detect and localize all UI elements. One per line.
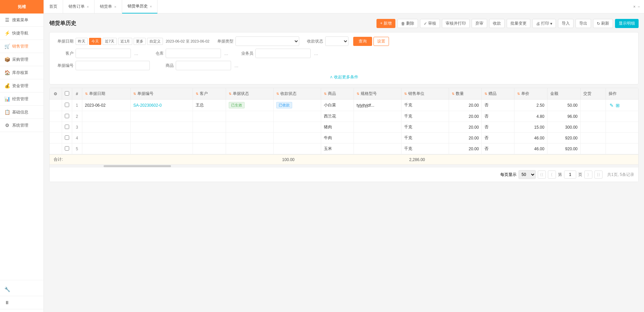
- th-price[interactable]: ⇅ 单价: [514, 88, 547, 100]
- row-checkbox[interactable]: [65, 125, 69, 129]
- page-size-select[interactable]: 20 50 100: [519, 170, 536, 179]
- docno-link[interactable]: SA-20230602-0: [133, 103, 162, 108]
- tab-close-sales-history[interactable]: ×: [150, 4, 152, 8]
- doc-type-select[interactable]: [235, 36, 299, 46]
- topbar-close-btn[interactable]: ×: [633, 4, 636, 9]
- print-icon: 🖨: [536, 21, 540, 26]
- page-next-btn[interactable]: ⟩: [584, 171, 592, 179]
- review-icon: ✓: [424, 21, 427, 26]
- total-amount: 2,286.00: [409, 157, 425, 162]
- print-button[interactable]: 🖨 打印 ▾: [532, 19, 556, 28]
- row-checkbox[interactable]: [65, 135, 69, 140]
- row-checkbox[interactable]: [65, 146, 69, 151]
- th-goods[interactable]: ⇅ 商品: [321, 88, 354, 100]
- row-checkbox[interactable]: [65, 103, 69, 107]
- collapse-filter-btn[interactable]: ∧ 收起更多条件: [330, 74, 358, 80]
- tab-sales-order[interactable]: 销售订单 ×: [63, 0, 94, 14]
- tab-home[interactable]: 首页: [44, 0, 63, 14]
- date-btn-yesterday[interactable]: 昨天: [76, 38, 88, 45]
- query-button[interactable]: 查询: [353, 37, 372, 46]
- abandon-button[interactable]: 弃审: [472, 19, 487, 28]
- th-date[interactable]: ⇅ 单据日期: [82, 88, 131, 100]
- collect-button[interactable]: 收款: [489, 19, 505, 28]
- row-collect-status: [273, 144, 321, 154]
- page-prev-btn[interactable]: ⟨: [548, 171, 556, 179]
- th-collectstatus[interactable]: ⇅ 收款状态: [273, 88, 321, 100]
- date-btn-1month[interactable]: 近1月: [118, 38, 132, 45]
- scrollbar-row[interactable]: [50, 164, 638, 167]
- scrollbar-thumb[interactable]: [104, 165, 171, 167]
- customer-input[interactable]: [76, 49, 131, 58]
- th-customer[interactable]: ⇅ 客户: [193, 88, 226, 100]
- docno-input[interactable]: [76, 61, 150, 70]
- th-qty[interactable]: ⇅ 数量: [449, 88, 482, 100]
- sidebar-item-search-menu[interactable]: ☰ 搜索菜单: [0, 14, 44, 27]
- filter-settings-button[interactable]: 设置: [373, 37, 389, 46]
- th-checkbox[interactable]: [62, 88, 72, 100]
- date-btn-today[interactable]: 今天: [89, 38, 101, 45]
- th-docstatus[interactable]: ⇅ 单据状态: [226, 88, 273, 100]
- view-action-btn[interactable]: ⊞: [615, 103, 621, 108]
- th-gift[interactable]: ⇅ 赠品: [482, 88, 514, 100]
- row-docno[interactable]: [131, 133, 193, 144]
- sales-mgmt-icon: 🛒: [4, 43, 10, 49]
- export-button[interactable]: 导出: [576, 19, 591, 28]
- sidebar-item-sales-mgmt[interactable]: 🛒 销售管理: [0, 40, 44, 53]
- sidebar-bottom-item1[interactable]: 🔧: [0, 283, 44, 296]
- row-docno[interactable]: [131, 122, 193, 133]
- page-last-btn[interactable]: ⟩⟩: [594, 171, 603, 179]
- date-btn-custom[interactable]: 自定义: [147, 38, 163, 45]
- salesperson-input[interactable]: [255, 49, 311, 58]
- goods-input[interactable]: [176, 61, 231, 70]
- sidebar-bottom-item2[interactable]: ⏸: [0, 296, 44, 309]
- warehouse-picker-btn[interactable]: ...: [223, 51, 230, 56]
- tab-sales-goods[interactable]: 销货单 ×: [94, 0, 122, 14]
- review-print-button[interactable]: 审核并打印: [442, 19, 470, 28]
- tab-sales-history[interactable]: 销货单历史 ×: [122, 0, 158, 14]
- batch-change-button[interactable]: 批量变更: [507, 19, 530, 28]
- sidebar-item-basic-info[interactable]: 📋 基础信息: [0, 106, 44, 119]
- delete-button[interactable]: 🗑 删除: [397, 19, 418, 28]
- collect-status-select[interactable]: [325, 36, 348, 46]
- row-checkbox[interactable]: [65, 114, 69, 118]
- sidebar-item-stock-calc[interactable]: 🏠 库存核算: [0, 66, 44, 79]
- row-collect-status: [273, 122, 321, 133]
- sidebar-item-finance-mgmt[interactable]: 💰 资金管理: [0, 79, 44, 93]
- th-gear[interactable]: ⚙: [50, 88, 62, 100]
- th-spec[interactable]: ⇅ 规格型号: [354, 88, 401, 100]
- topbar-min-btn[interactable]: −: [638, 4, 640, 9]
- review-button[interactable]: ✓ 审核: [420, 19, 440, 28]
- filter-area: 单据日期 昨天 今天 近7天 近1月 更多 自定义 2023-06-02 至 2…: [49, 32, 639, 84]
- sidebar-item-sys-mgmt[interactable]: ⚙ 系统管理: [0, 119, 44, 132]
- salesperson-picker-btn[interactable]: ...: [313, 51, 319, 56]
- row-docno[interactable]: SA-20230602-0: [131, 100, 193, 111]
- page-number-input[interactable]: [564, 171, 576, 179]
- show-detail-button[interactable]: 显示明细: [615, 19, 639, 28]
- import-button[interactable]: 导入: [558, 19, 573, 28]
- select-all-checkbox[interactable]: [65, 91, 69, 96]
- sidebar-item-purchase-mgmt[interactable]: 📦 采购管理: [0, 53, 44, 66]
- row-date: [82, 133, 131, 144]
- refresh-button[interactable]: ↻ 刷新: [593, 19, 613, 28]
- sidebar-item-quick-nav[interactable]: ⚡ 快捷导航: [0, 27, 44, 40]
- th-docno[interactable]: ⇅ 单据编号: [131, 88, 193, 100]
- new-button[interactable]: + 新增: [376, 19, 395, 28]
- row-doc-status: 已生效: [226, 100, 273, 111]
- sidebar-item-ops-mgmt[interactable]: 📊 经营管理: [0, 93, 44, 106]
- edit-action-btn[interactable]: ✎: [609, 103, 615, 108]
- goods-picker-btn[interactable]: ...: [233, 63, 240, 68]
- row-docno[interactable]: [131, 144, 193, 154]
- th-unit[interactable]: ⇅ 销售单位: [401, 88, 449, 100]
- page-first-btn[interactable]: ⟨⟨: [538, 171, 546, 179]
- tab-close-sales-order[interactable]: ×: [87, 5, 89, 9]
- warehouse-input[interactable]: [166, 49, 221, 58]
- row-doc-status: [226, 144, 273, 154]
- row-unit: 千克: [401, 133, 449, 144]
- sidebar-item-label: 快捷导航: [12, 30, 28, 36]
- date-btn-7days[interactable]: 近7天: [103, 38, 117, 45]
- goods-filter-item: 商品 ...: [155, 61, 240, 70]
- date-btn-more[interactable]: 更多: [134, 38, 146, 45]
- customer-picker-btn[interactable]: ...: [133, 51, 140, 56]
- tab-close-sales-goods[interactable]: ×: [114, 5, 116, 9]
- row-docno[interactable]: [131, 111, 193, 122]
